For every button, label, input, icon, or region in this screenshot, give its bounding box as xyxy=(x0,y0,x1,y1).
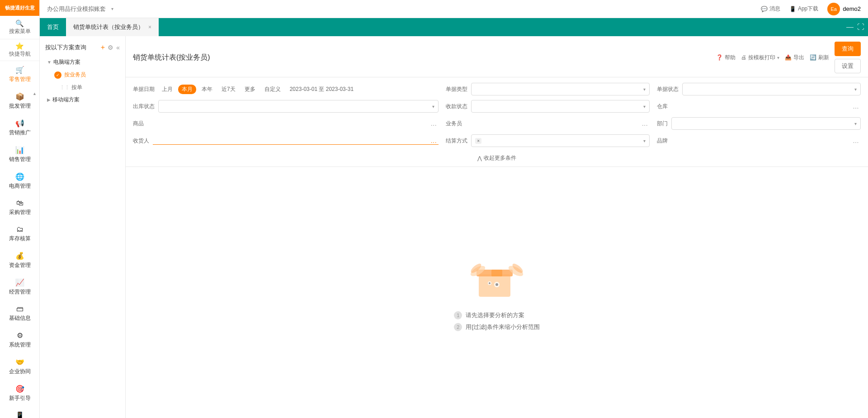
consignee-input[interactable]: … xyxy=(153,137,439,145)
sidebar-item-sales[interactable]: 📊 销售管理 xyxy=(0,141,39,168)
user-name: demo2 xyxy=(843,5,861,12)
doctype-arrow-icon: ▾ xyxy=(643,87,646,92)
outstatus-select[interactable]: ▾ xyxy=(158,100,439,113)
empty-tip-1: 1 请先选择要分析的方案 xyxy=(454,311,539,319)
tip2-num: 2 xyxy=(454,323,462,331)
sidebar-item-finance[interactable]: 💰 资金管理 xyxy=(0,247,39,274)
print-icon: 🖨 xyxy=(741,54,746,61)
doctype-select[interactable]: ▾ xyxy=(471,83,650,95)
this-month-btn[interactable]: 本月 xyxy=(178,85,196,94)
last-month-btn[interactable]: 上月 xyxy=(158,85,176,94)
sidebar-item-wholesale[interactable]: 📦 批发管理 ▲ xyxy=(0,88,39,114)
sub-item-icon: ⋮⋮ xyxy=(60,85,70,90)
filter-consignee-col: 收货人 … xyxy=(133,137,439,145)
sidebar-quicknav[interactable]: ⭐ 快捷导航 xyxy=(0,39,39,61)
filter-goods-col: 商品 … xyxy=(133,117,439,130)
desktop-scheme-group: ▼ 电脑端方案 ✓ 按业务员 ⋮⋮ 按单 xyxy=(40,56,125,94)
filter-date-col: 单据日期 上月 本月 本年 近7天 更多 自定义 2023-03-01 至 20… xyxy=(133,85,439,94)
this-year-btn[interactable]: 本年 xyxy=(198,85,216,94)
empty-state: 1 请先选择要分析的方案 2 用[过滤]条件来缩小分析范围 xyxy=(126,167,868,418)
expand-arrow-icon: ▲ xyxy=(33,91,37,96)
topbar-right: 💬 消息 📱 App下载 Ea demo2 xyxy=(761,3,861,15)
brand-input[interactable]: … xyxy=(671,134,861,147)
tab-home[interactable]: 首页 xyxy=(40,18,66,36)
salesman-input[interactable]: … xyxy=(466,117,650,130)
payment-arrow-icon: ▾ xyxy=(643,138,646,143)
sidebar-item-base[interactable]: 🗃 基础信息 xyxy=(0,300,39,327)
salesman-dots-icon: … xyxy=(642,120,648,127)
scheme-sub-item-by-doc[interactable]: ⋮⋮ 按单 xyxy=(40,81,125,94)
filter-outstatus-col: 出库状态 ▾ xyxy=(133,100,439,113)
desktop-group-arrow-icon: ▼ xyxy=(47,60,52,65)
query-button[interactable]: 查询 xyxy=(835,42,861,56)
help-btn[interactable]: ❓ 帮助 xyxy=(716,54,736,62)
sidebar-item-newbie[interactable]: 🎯 新手引导 xyxy=(0,380,39,407)
sidebar-search[interactable]: 🔍 搜索菜单 xyxy=(0,16,39,39)
inventory-icon: 🗂 xyxy=(16,225,24,233)
topbar-user[interactable]: Ea demo2 xyxy=(827,3,861,15)
scheme-item-label: 按业务员 xyxy=(64,71,86,79)
collapse-conditions-btn[interactable]: ⋀ 收起更多条件 xyxy=(477,154,516,162)
sidebar-item-marketing[interactable]: 📢 营销推广 xyxy=(0,114,39,141)
goods-input[interactable]: … xyxy=(147,117,439,130)
filter-payment-col: 结算方式 × ▾ xyxy=(446,134,650,147)
collapse-label: 收起更多条件 xyxy=(484,154,516,162)
outstatus-label: 出库状态 xyxy=(133,103,155,110)
payment-select[interactable]: × ▾ xyxy=(471,134,650,147)
more-date-btn[interactable]: 更多 xyxy=(241,85,259,94)
wholesale-icon: 📦 xyxy=(15,92,24,101)
filter-recvstatus-col: 收款状态 ▾ xyxy=(446,100,650,113)
sidebar-item-appstore[interactable]: 📱 应用中心 xyxy=(0,407,39,418)
operation-icon: 📈 xyxy=(15,278,24,287)
last7-btn[interactable]: 近7天 xyxy=(218,85,239,94)
recvstatus-select[interactable]: ▾ xyxy=(471,100,650,113)
svg-point-8 xyxy=(489,282,491,284)
export-btn[interactable]: 📤 导出 xyxy=(785,54,804,62)
mobile-group-arrow-icon: ▶ xyxy=(47,97,51,102)
tab-expand-icon[interactable]: ⛶ xyxy=(857,23,864,31)
docstatus-select[interactable]: ▾ xyxy=(682,83,861,95)
filter-warehouse-col: 仓库 … xyxy=(657,100,861,113)
sidebar-item-purchase[interactable]: 🛍 采购管理 xyxy=(0,195,39,221)
tab-active[interactable]: 销货单统计表（按业务员） × xyxy=(66,18,159,36)
empty-tips: 1 请先选择要分析的方案 2 用[过滤]条件来缩小分析范围 xyxy=(454,311,539,331)
sidebar-item-operation[interactable]: 📈 经营管理 xyxy=(0,274,39,300)
desktop-scheme-header[interactable]: ▼ 电脑端方案 xyxy=(40,56,125,68)
sidebar-item-system[interactable]: ⚙ 系统管理 xyxy=(0,327,39,353)
tab-close-icon[interactable]: × xyxy=(148,24,151,30)
payment-tag[interactable]: × xyxy=(475,138,481,144)
sidebar-item-corp[interactable]: 🤝 企业协同 xyxy=(0,353,39,380)
print-chevron-icon: ▾ xyxy=(777,55,779,60)
topbar: 办公用品行业模拟账套 ▾ 💬 消息 📱 App下载 Ea demo2 xyxy=(40,0,868,18)
date-group: 上月 本月 本年 近7天 更多 自定义 2023-03-01 至 2023-03… xyxy=(158,85,439,94)
refresh-btn[interactable]: 🔄 刷新 xyxy=(810,54,829,62)
warehouse-dots-icon: … xyxy=(853,103,859,110)
breadcrumb-chevron-icon: ▾ xyxy=(111,6,113,11)
purchase-icon: 🛍 xyxy=(16,199,24,207)
collapse-panel-icon[interactable]: « xyxy=(116,44,120,51)
scheme-item-by-salesman[interactable]: ✓ 按业务员 xyxy=(40,68,125,81)
mobile-scheme-group[interactable]: ▶ 移动端方案 xyxy=(40,94,125,106)
mobile-scheme-label: 移动端方案 xyxy=(52,96,80,104)
sidebar-item-inventory[interactable]: 🗂 库存核算 xyxy=(0,221,39,247)
recvstatus-arrow-icon: ▾ xyxy=(643,104,646,109)
settings-scheme-icon[interactable]: ⚙ xyxy=(108,44,113,51)
print-btn[interactable]: 🖨 按模板打印 ▾ xyxy=(741,54,779,62)
sidebar-item-retail[interactable]: 🛒 零售管理 xyxy=(0,61,39,88)
sidebar-item-ecommerce[interactable]: 🌐 电商管理 xyxy=(0,168,39,195)
date-label: 单据日期 xyxy=(133,86,155,93)
warehouse-input[interactable]: … xyxy=(671,100,861,113)
add-scheme-icon[interactable]: + xyxy=(101,43,105,52)
topbar-app-btn[interactable]: 📱 App下载 xyxy=(789,5,818,13)
docstatus-arrow-icon: ▾ xyxy=(854,87,857,92)
topbar-msg-btn[interactable]: 💬 消息 xyxy=(761,5,780,13)
tab-minimize-icon[interactable]: — xyxy=(846,23,854,31)
svg-rect-2 xyxy=(491,270,502,276)
custom-date-btn[interactable]: 自定义 xyxy=(261,85,284,94)
date-range-display: 2023-03-01 至 2023-03-31 xyxy=(290,86,354,93)
collapse-row: ⋀ 收起更多条件 xyxy=(133,152,861,165)
dept-select[interactable]: ▾ xyxy=(671,117,861,130)
setting-button[interactable]: 设置 xyxy=(835,59,861,73)
payment-tag-close-icon[interactable]: × xyxy=(477,138,480,143)
desktop-scheme-label: 电脑端方案 xyxy=(53,58,80,66)
